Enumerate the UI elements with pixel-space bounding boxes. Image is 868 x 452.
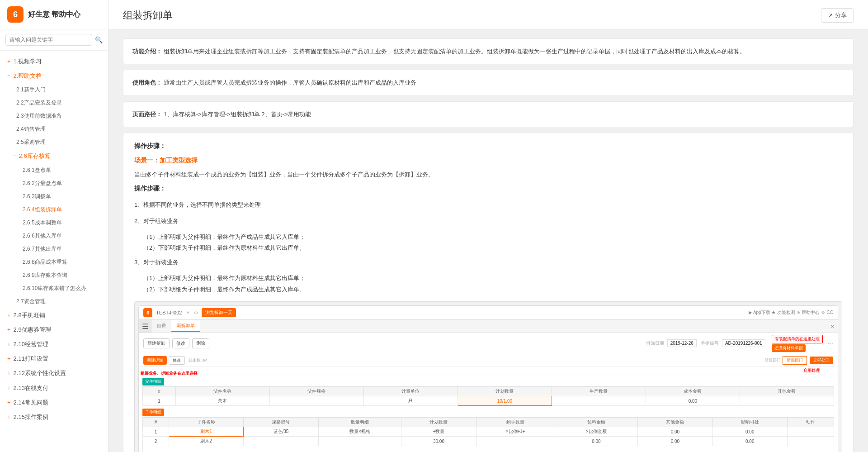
lower-th-6: 领料金额 <box>555 418 638 427</box>
sidebar-item-label: 2.6库存核算 <box>19 152 51 160</box>
mini-tab-new[interactable]: 新拆卸单 <box>171 320 200 332</box>
sidebar-item-purchase[interactable]: 2.5采购管理 <box>0 136 108 149</box>
lower-r1-other: 0.00 <box>638 427 712 437</box>
sidebar-item-label: 1.视频学习 <box>14 57 42 66</box>
sidebar-item-label: 2.帮助文档 <box>14 72 42 80</box>
sidebar-item-operation[interactable]: + 2.10经营管理 <box>0 337 108 352</box>
sidebar-item-cost[interactable]: 2.6.5成本调整单 <box>0 216 108 229</box>
lower-r1-num: 1 <box>143 427 169 437</box>
sidebar-item-print[interactable]: + 2.11打印设置 <box>0 352 108 366</box>
sidebar-item-partial[interactable]: 2.6.2分量盘点单 <box>0 177 108 190</box>
lower-r2-action <box>787 437 834 446</box>
upper-th-0: # <box>143 387 176 396</box>
mini-delete-btn[interactable]: 删除 <box>192 338 209 348</box>
share-button[interactable]: ↗ 分享 <box>821 8 854 23</box>
upper-cell-unit: 只 <box>363 396 458 406</box>
sidebar-item-label: 2.12系统个性化设置 <box>14 369 66 377</box>
sidebar-item-finance[interactable]: 2.7资金管理 <box>0 295 108 308</box>
expand-icon: + <box>7 340 11 348</box>
mini-edit-btn[interactable]: 修改 <box>172 338 189 348</box>
sidebar-item-label: 2.13在线支付 <box>14 384 48 392</box>
mini-count-label: 总条数 3/4 <box>189 357 208 363</box>
search-button[interactable]: 🔍 <box>95 36 103 43</box>
lower-th-2: 规格型号 <box>244 418 318 427</box>
search-box[interactable]: 🔍 <box>0 29 108 51</box>
sidebar-item-online-pay[interactable]: + 2.13在线支付 <box>0 381 108 395</box>
step2: 2、对于组装业务 <box>134 215 842 227</box>
mini-browse-btn[interactable]: 浏览拆卸一天 <box>202 308 236 317</box>
sidebar-item-docs[interactable]: − 2.帮助文档 <box>0 69 108 83</box>
mini-topbar: 6 TEST-H002 ▼ ⚙ 浏览拆卸一天 ▶ App下载 ★ 功能检测 ⊙ … <box>139 306 838 320</box>
lower-r2-plan: 30.00 <box>401 437 476 446</box>
lower-table-label: 子件明细 <box>142 409 164 416</box>
sidebar-item-other-in[interactable]: 2.6.6其他入库单 <box>0 229 108 243</box>
sidebar-item-cases[interactable]: + 2.15操作案例 <box>0 410 108 424</box>
mini-count-val: 3/4 <box>202 358 208 362</box>
sidebar-item-other-out[interactable]: 2.6.7其他出库单 <box>0 243 108 256</box>
sidebar-item-coupon[interactable]: + 2.9优惠券管理 <box>0 323 108 337</box>
lower-r2-cost: 0.00 <box>555 437 638 446</box>
expand-icon: + <box>7 355 11 363</box>
step2-subs: （1）上部明细为父件明细，最终作为产成品生成其它入库单； （2）下部明细为子件明… <box>134 232 842 254</box>
lower-row-2: 2 刷木2 30.00 0.00 0.00 0.00 <box>143 437 834 446</box>
mini-new-btn[interactable]: 新建拆卸 <box>143 338 170 348</box>
date-label: 拆卸日期 <box>646 341 664 346</box>
sidebar-item-assembly[interactable]: 2.6.4组装拆卸单 <box>0 203 108 216</box>
upper-cell-prod <box>552 396 646 406</box>
expand-icon: + <box>7 413 11 421</box>
action-btn[interactable]: 立即处理 <box>810 357 833 364</box>
annotation1-btn[interactable]: 还没有材料单据 <box>772 344 806 352</box>
lower-row-1: 1 刷木1 蓝色/35 数量×规格 +数量 ×比倒÷1+ ×比倒金额 0.00 <box>143 427 834 437</box>
mini-close-icon[interactable]: ✕ <box>827 324 838 329</box>
ops-steps-title: 操作步骤： <box>134 185 842 193</box>
sidebar-item-video[interactable]: + 1.视频学习 <box>0 54 108 69</box>
expand-icon: + <box>7 399 11 407</box>
lower-row-3 <box>143 446 834 452</box>
upper-cell-other <box>740 396 834 406</box>
lower-r2-other: 0.00 <box>638 437 712 446</box>
sidebar-item-sales[interactable]: 2.4销售管理 <box>0 123 108 136</box>
mini-menu-dots: ··· <box>827 339 833 347</box>
share-label: 分享 <box>835 11 847 19</box>
sidebar-item-label: 2.15操作案例 <box>14 413 48 421</box>
main-content: 组装拆卸单 ↗ 分享 功能介绍： 组装拆卸单用来处理企业组装或拆卸等加工业务，支… <box>108 0 868 452</box>
scenario1-title: 场景一：加工类型选择 <box>134 157 842 165</box>
step2-sub1: （1）上部明细为父件明细，最终作为产成品生成其它入库单； <box>143 232 842 243</box>
sidebar-item-label: 2.14常见问题 <box>14 399 48 407</box>
sidebar-item-install[interactable]: 2.2产品安装及登录 <box>0 96 108 109</box>
role-label: 使用角色： <box>132 79 162 86</box>
sidebar-item-inventory[interactable]: − 2.6库存核算 <box>0 149 108 163</box>
lower-r1-name: 刷木1 <box>169 427 243 437</box>
mini-type-disassemble[interactable]: 修改 <box>169 356 185 365</box>
sidebar: 6 好生意 帮助中心 🔍 + 1.视频学习 − 2.帮助文档 2.1新手入门 2… <box>0 0 108 452</box>
step3: 3、对于拆装业务 <box>134 257 842 268</box>
lower-r1-spec: 蓝色/35 <box>244 427 318 437</box>
app-brand: 好生意 帮助中心 <box>28 10 80 19</box>
sidebar-item-stocktake[interactable]: 2.6.1盘点单 <box>0 164 108 177</box>
lower-r1-action <box>787 427 834 437</box>
collapse-icon: − <box>13 152 16 160</box>
sidebar-item-goods-cost[interactable]: 2.6.8商品成本重算 <box>0 256 108 269</box>
num-val: AD-20191226-001 <box>722 339 765 347</box>
sidebar-item-mobile[interactable]: + 2.8手机旺铺 <box>0 308 108 323</box>
sidebar-item-adjust[interactable]: 2.6.3调拨单 <box>0 190 108 203</box>
sidebar-item-custom[interactable]: + 2.12系统个性化设置 <box>0 366 108 381</box>
sidebar-item-new[interactable]: 2.1新手入门 <box>0 83 108 96</box>
lower-r1-actual: ×比倒÷1+ <box>476 427 555 437</box>
upper-cell-name: 关木 <box>175 396 269 406</box>
lower-r1-affect: 0.00 <box>712 427 787 437</box>
mini-document-toolbar: 新建拆卸 修改 删除 拆卸日期 2019-12-26 单据编号 AD-20191… <box>139 333 838 354</box>
mini-type-assemble[interactable]: 新建拆卸 <box>143 356 167 365</box>
sidebar-item-data[interactable]: 2.3使用前数据准备 <box>0 109 108 123</box>
mini-tab-zifei[interactable]: 自费 <box>151 320 171 332</box>
step2-sub2: （2）下部明细为子件明细，最终作为原材料生成其它出库单。 <box>143 243 842 254</box>
annotation1-container: 拆卸日期 2019-12-26 单据编号 AD-20191226-001 <box>646 340 765 347</box>
num-label: 单据编号 <box>701 341 719 346</box>
search-input[interactable] <box>5 34 92 46</box>
mini-sidebar-icon[interactable]: ☰ <box>139 320 151 333</box>
sidebar-item-stock-error[interactable]: 2.6.10库存账本错了怎么办 <box>0 282 108 295</box>
sidebar-item-stock-check[interactable]: 2.6.9库存账本查询 <box>0 269 108 282</box>
sidebar-item-faq[interactable]: + 2.14常见问题 <box>0 395 108 410</box>
step3-subs: （1）上部明细为父件明细，最终作为原材料生成其它出库单； （2）下部明细为子件明… <box>134 273 842 295</box>
sidebar-nav: + 1.视频学习 − 2.帮助文档 2.1新手入门 2.2产品安装及登录 2.3… <box>0 51 108 452</box>
